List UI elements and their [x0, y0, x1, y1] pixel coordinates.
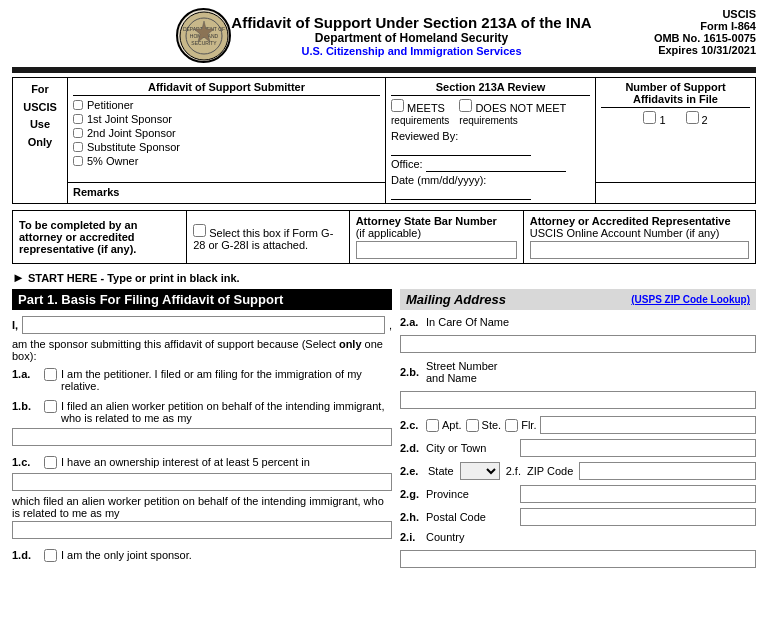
meets-sub: requirements — [391, 115, 449, 126]
item-1d-checkbox[interactable] — [44, 549, 57, 562]
form-number: Form I-864 — [654, 20, 756, 32]
field-2h-label: Postal Code — [426, 511, 516, 523]
online-account-input[interactable] — [530, 241, 749, 259]
ste-group: Ste. — [466, 419, 502, 432]
num-affidavits-cell: Number of Support Affidavits in File 1 2 — [596, 78, 756, 183]
uscis-label: USCIS — [654, 8, 756, 20]
does-not-meet-sub: requirements — [459, 115, 517, 126]
item-1d-check: I am the only joint sponsor. — [44, 549, 192, 562]
bar-subtext: (if applicable) — [356, 227, 517, 239]
attorney-online-cell: Attorney or Accredited Representative US… — [523, 211, 755, 264]
reviewed-by-label: Reviewed By: — [391, 130, 458, 142]
agency-subtitle: U.S. Citizenship and Immigration Service… — [231, 45, 591, 57]
field-2f-num: 2.f. — [506, 465, 521, 477]
section213-cell: Section 213A Review MEETS requirements D… — [386, 78, 596, 204]
num-affidavits-header: Number of Support Affidavits in File — [601, 81, 750, 108]
item-1b-input[interactable] — [12, 428, 392, 446]
field-2g-row: 2.g. Province — [400, 485, 756, 503]
mailing-header: Mailing Address (USPS ZIP Code Lookup) — [400, 289, 756, 310]
num2-group: 2 — [686, 111, 708, 126]
sponsor-text-row: am the sponsor submitting this affidavit… — [12, 338, 392, 362]
field-2b-input-row — [400, 389, 756, 411]
omb-number: OMB No. 1615-0075 — [654, 32, 756, 44]
form-header: DEPARTMENT OF HOMELAND SECURITY Affidavi… — [12, 8, 756, 63]
office-value — [426, 158, 566, 172]
item-1a: 1.a. I am the petitioner. I filed or am … — [12, 368, 392, 392]
online-subtext: USCIS Online Account Number (if any) — [530, 227, 749, 239]
item-1a-checkbox[interactable] — [44, 368, 57, 381]
postal-code-input[interactable] — [520, 508, 756, 526]
country-input[interactable] — [400, 550, 756, 568]
field-2d-row: 2.d. City or Town — [400, 439, 756, 457]
five-pct-label: 5% Owner — [87, 155, 138, 167]
flr-checkbox[interactable] — [505, 419, 518, 432]
ste-checkbox[interactable] — [466, 419, 479, 432]
zip-input[interactable] — [579, 462, 756, 480]
substitute-row: Substitute Sponsor — [73, 141, 380, 153]
g28-checkbox[interactable] — [193, 224, 206, 237]
item-1c-checkbox[interactable] — [44, 456, 57, 469]
joint2-row: 2nd Joint Sponsor — [73, 127, 380, 139]
apt-number-input[interactable] — [540, 416, 756, 434]
date-row: Date (mm/dd/yyyy): — [391, 174, 590, 200]
field-2i-num: 2.i. — [400, 531, 422, 543]
submitter-header: Affidavit of Support Submitter — [73, 81, 380, 96]
item-1d-header: 1.d. I am the only joint sponsor. — [12, 549, 392, 562]
apt-checkbox[interactable] — [426, 419, 439, 432]
field-2i-label: Country — [426, 531, 516, 543]
field-2e-2f-row: 2.e. State 2.f. ZIP Code — [400, 462, 756, 480]
num2-checkbox[interactable] — [686, 111, 699, 124]
item-1d-text: I am the only joint sponsor. — [61, 549, 192, 561]
office-label: Office: — [391, 158, 423, 170]
item-1b: 1.b. I filed an alien worker petition on… — [12, 400, 392, 448]
field-2g-label: Province — [426, 488, 516, 500]
joint2-checkbox[interactable] — [73, 128, 83, 138]
petitioner-checkbox[interactable] — [73, 100, 83, 110]
num-checks-row: 1 2 — [601, 111, 750, 126]
does-not-meet-checkbox[interactable] — [459, 99, 472, 112]
ste-label: Ste. — [482, 419, 502, 431]
field-2b-num: 2.b. — [400, 366, 422, 378]
item-1c-header: 1.c. I have an ownership interest of at … — [12, 456, 392, 469]
field-2a-input-row — [400, 333, 756, 355]
field-2e-label: State — [428, 465, 454, 477]
petitioner-label: Petitioner — [87, 99, 133, 111]
field-2d-num: 2.d. — [400, 442, 422, 454]
province-input[interactable] — [520, 485, 756, 503]
city-input[interactable] — [520, 439, 756, 457]
usps-link[interactable]: (USPS ZIP Code Lookup) — [631, 294, 750, 305]
petitioner-row: Petitioner — [73, 99, 380, 111]
five-pct-checkbox[interactable] — [73, 156, 83, 166]
bar-number-input[interactable] — [356, 241, 517, 259]
item-1c-text2: which filed an alien worker petition on … — [12, 495, 392, 519]
field-2b-row: 2.b. Street Numberand Name — [400, 360, 756, 384]
joint1-checkbox[interactable] — [73, 114, 83, 124]
item-1c-company-input[interactable] — [12, 473, 392, 491]
sponsor-text: am the sponsor submitting this affidavit… — [12, 338, 383, 362]
part1-header: Part 1. Basis For Filing Affidavit of Su… — [12, 289, 392, 310]
page: DEPARTMENT OF HOMELAND SECURITY Affidavi… — [0, 0, 768, 583]
svg-text:SECURITY: SECURITY — [191, 40, 217, 46]
item-1b-checkbox[interactable] — [44, 400, 57, 413]
i-label: I, — [12, 319, 18, 331]
field-2g-num: 2.g. — [400, 488, 422, 500]
item-1b-check: I filed an alien worker petition on beha… — [44, 400, 392, 424]
item-1d: 1.d. I am the only joint sponsor. — [12, 549, 392, 562]
substitute-checkbox[interactable] — [73, 142, 83, 152]
item-1c-text: I have an ownership interest of at least… — [61, 456, 310, 468]
field-2c-row: 2.c. Apt. Ste. Flr. — [400, 416, 756, 434]
field-2h-row: 2.h. Postal Code — [400, 508, 756, 526]
item-1c-relation-input[interactable] — [12, 521, 392, 539]
remarks-label: Remarks — [73, 186, 119, 198]
state-select[interactable] — [460, 462, 500, 480]
field-2e-num: 2.e. — [400, 465, 422, 477]
sponsor-name-input[interactable] — [22, 316, 385, 334]
item-1b-text: I filed an alien worker petition on beha… — [61, 400, 392, 424]
meets-checkbox[interactable] — [391, 99, 404, 112]
num1-checkbox[interactable] — [643, 111, 656, 124]
item-1a-check: I am the petitioner. I filed or am filin… — [44, 368, 392, 392]
item-1a-header: 1.a. I am the petitioner. I filed or am … — [12, 368, 392, 392]
street-number-input[interactable] — [400, 391, 756, 409]
item-1a-num: 1.a. — [12, 368, 40, 380]
care-of-name-input[interactable] — [400, 335, 756, 353]
